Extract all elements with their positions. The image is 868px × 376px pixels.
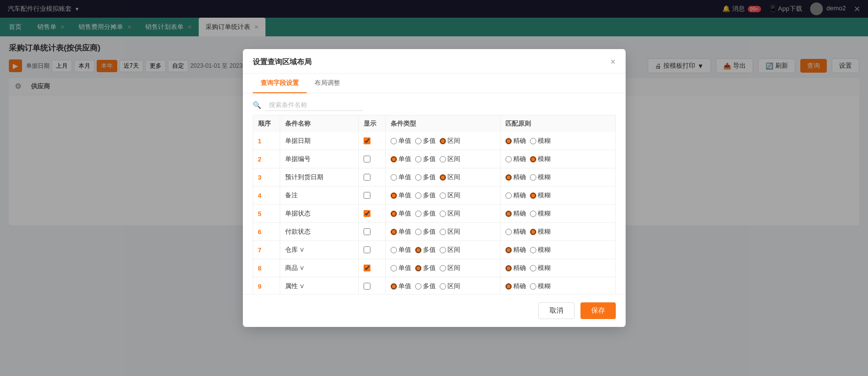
match-radio-item[interactable]: 精确 — [505, 155, 526, 163]
display-checkbox[interactable] — [364, 137, 370, 144]
match-radio-模糊[interactable] — [530, 156, 536, 162]
type-radio-item[interactable]: 多值 — [415, 155, 436, 163]
col-header-match: 匹配原则 — [500, 115, 615, 132]
display-checkbox[interactable] — [364, 156, 370, 162]
match-radio-item[interactable]: 精确 — [505, 136, 526, 145]
row-name: 预计到货日期 — [280, 168, 359, 186]
match-radio-item[interactable]: 模糊 — [530, 136, 551, 145]
type-radio-单值[interactable] — [391, 192, 397, 199]
table-row: 6付款状态单值多值区间精确模糊 — [253, 223, 616, 232]
row-checkbox-cell — [359, 168, 386, 186]
type-radio-多值[interactable] — [415, 229, 421, 233]
type-radio-item[interactable]: 多值 — [415, 136, 436, 145]
row-type-cell: 单值多值区间 — [386, 150, 500, 168]
type-radio-item[interactable]: 单值 — [391, 155, 411, 163]
match-radio-item[interactable]: 模糊 — [530, 191, 551, 200]
row-type-cell: 单值多值区间 — [386, 168, 500, 186]
match-radio-精确[interactable] — [505, 174, 512, 181]
match-radio-item[interactable]: 模糊 — [530, 155, 551, 163]
match-radio-item[interactable]: 精确 — [505, 227, 526, 232]
row-order: 1 — [253, 132, 280, 150]
type-radio-单值[interactable] — [391, 174, 397, 181]
match-radio-精确[interactable] — [505, 211, 512, 217]
type-radio-区间[interactable] — [440, 138, 446, 144]
modal-tab-fields[interactable]: 查询字段设置 — [253, 74, 307, 93]
row-checkbox-cell — [359, 187, 386, 204]
search-input[interactable] — [265, 99, 363, 111]
type-radio-单值[interactable] — [391, 156, 397, 162]
type-radio-多值[interactable] — [415, 174, 421, 181]
row-type-cell: 单值多值区间 — [386, 132, 500, 150]
modal-tab-layout[interactable]: 布局调整 — [307, 74, 348, 93]
row-match-cell: 精确模糊 — [500, 187, 615, 204]
type-radio-item[interactable]: 区间 — [440, 155, 460, 163]
match-radio-item[interactable]: 精确 — [505, 209, 526, 218]
modal-tabs: 查询字段设置 布局调整 — [243, 74, 626, 93]
modal-overlay[interactable]: 设置查询区域布局 × 查询字段设置 布局调整 🔍 顺序 条件名称 显示 条件类型 — [0, 0, 868, 232]
type-radio-item[interactable]: 单值 — [391, 136, 411, 145]
match-radio-精确[interactable] — [505, 156, 512, 162]
type-radio-区间[interactable] — [440, 156, 446, 162]
match-radio-精确[interactable] — [505, 192, 512, 199]
match-radio-模糊[interactable] — [530, 138, 536, 144]
row-type-cell: 单值多值区间 — [386, 205, 500, 222]
type-radio-多值[interactable] — [415, 138, 421, 144]
type-radio-item[interactable]: 单值 — [391, 227, 411, 232]
type-radio-item[interactable]: 区间 — [440, 136, 460, 145]
row-match-cell: 精确模糊 — [500, 132, 615, 150]
display-checkbox[interactable] — [364, 192, 370, 199]
type-radio-item[interactable]: 区间 — [440, 173, 460, 182]
type-radio-多值[interactable] — [415, 156, 421, 162]
match-radio-item[interactable]: 模糊 — [530, 227, 551, 232]
search-icon: 🔍 — [253, 101, 261, 109]
type-radio-多值[interactable] — [415, 211, 421, 217]
type-radio-item[interactable]: 多值 — [415, 209, 436, 218]
display-checkbox[interactable] — [364, 210, 370, 217]
type-radio-单值[interactable] — [391, 138, 397, 144]
type-radio-item[interactable]: 多值 — [415, 191, 436, 200]
row-match-cell: 精确模糊 — [500, 150, 615, 168]
display-checkbox[interactable] — [364, 228, 370, 232]
modal-header: 设置查询区域布局 × — [243, 49, 626, 74]
modal-table-header-wrapper: 顺序 条件名称 显示 条件类型 匹配原则 — [243, 115, 626, 132]
type-radio-多值[interactable] — [415, 192, 421, 199]
type-radio-item[interactable]: 多值 — [415, 173, 436, 182]
display-checkbox[interactable] — [364, 174, 370, 181]
match-radio-模糊[interactable] — [530, 211, 536, 217]
row-name: 单据日期 — [280, 132, 359, 150]
match-radio-模糊[interactable] — [530, 229, 536, 233]
row-order: 6 — [253, 223, 280, 232]
match-radio-精确[interactable] — [505, 138, 512, 144]
type-radio-item[interactable]: 多值 — [415, 227, 436, 232]
col-header-order: 顺序 — [253, 115, 280, 132]
match-radio-模糊[interactable] — [530, 174, 536, 181]
modal-close-btn[interactable]: × — [610, 57, 616, 67]
match-radio-模糊[interactable] — [530, 192, 536, 199]
match-radio-item[interactable]: 模糊 — [530, 173, 551, 182]
row-name: 单据状态 — [280, 205, 359, 222]
match-radio-item[interactable]: 模糊 — [530, 209, 551, 218]
type-radio-item[interactable]: 区间 — [440, 227, 460, 232]
row-checkbox-cell — [359, 205, 386, 222]
row-checkbox-cell — [359, 132, 386, 150]
match-radio-item[interactable]: 精确 — [505, 191, 526, 200]
type-radio-区间[interactable] — [440, 229, 446, 233]
row-name: 单据编号 — [280, 150, 359, 168]
type-radio-区间[interactable] — [440, 211, 446, 217]
type-radio-单值[interactable] — [391, 211, 397, 217]
match-radio-精确[interactable] — [505, 229, 512, 233]
row-checkbox-cell — [359, 223, 386, 232]
type-radio-item[interactable]: 单值 — [391, 191, 411, 200]
match-radio-item[interactable]: 精确 — [505, 173, 526, 182]
modal-table-body: 1单据日期单值多值区间精确模糊2单据编号单值多值区间精确模糊3预计到货日期单值多… — [243, 132, 626, 232]
type-radio-区间[interactable] — [440, 192, 446, 199]
type-radio-item[interactable]: 区间 — [440, 191, 460, 200]
row-name: 付款状态 — [280, 223, 359, 232]
type-radio-item[interactable]: 单值 — [391, 173, 411, 182]
row-order: 4 — [253, 187, 280, 204]
type-radio-区间[interactable] — [440, 174, 446, 181]
modal-table-header: 顺序 条件名称 显示 条件类型 匹配原则 — [253, 115, 616, 132]
type-radio-item[interactable]: 区间 — [440, 209, 460, 218]
type-radio-单值[interactable] — [391, 229, 397, 233]
type-radio-item[interactable]: 单值 — [391, 209, 411, 218]
